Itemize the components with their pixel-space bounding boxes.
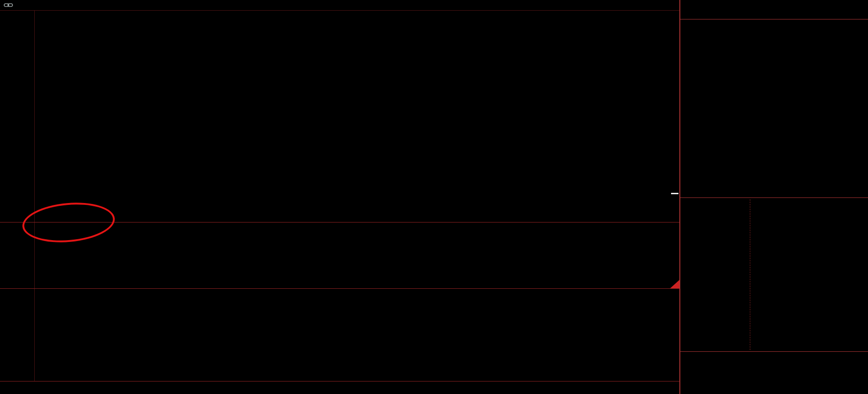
kd-indicator-header [39, 290, 82, 298]
quote-panel [679, 0, 868, 394]
x-axis-line [0, 381, 679, 381]
kd-chart[interactable] [35, 301, 678, 380]
quote-panel-header [680, 0, 868, 19]
current-price-tick [671, 193, 678, 194]
corner-flag [670, 280, 679, 288]
ccl-chart[interactable] [35, 231, 678, 287]
divider [680, 351, 868, 352]
tick-table-header [680, 352, 868, 363]
top-bar [0, 0, 683, 11]
trading-app [0, 0, 868, 394]
candlestick-chart[interactable] [35, 19, 678, 222]
chain-link-icon [4, 2, 13, 8]
divider [680, 197, 868, 198]
price-axis-line [34, 10, 35, 381]
detail-tabs [685, 375, 815, 391]
panel-divider-2 [0, 288, 679, 289]
panel-divider-1 [0, 222, 679, 222]
stats-column-divider [750, 199, 750, 350]
